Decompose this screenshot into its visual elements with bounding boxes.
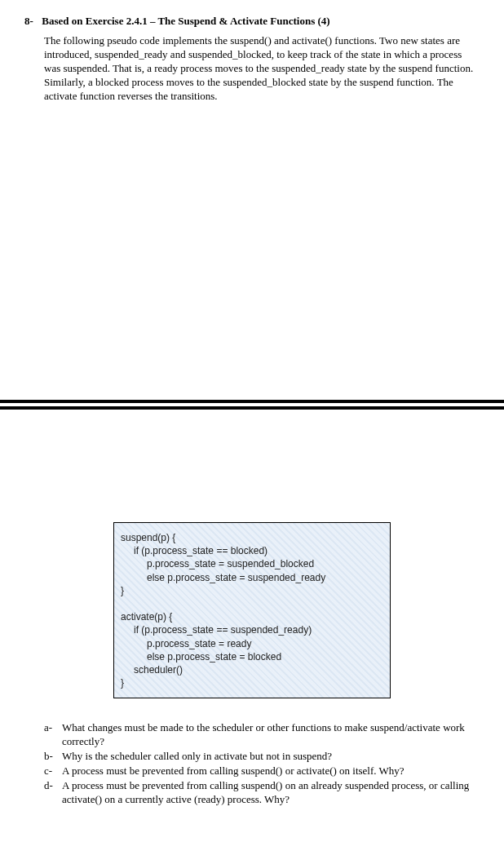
code-line: else p.process_state = suspended_ready [121,571,383,584]
page-bottom: suspend(p) { if (p.process_state == bloc… [0,522,504,808]
question-number: 8- [24,15,39,28]
intro-paragraph: The following pseudo code implements the… [44,34,480,103]
code-line [121,597,383,610]
question-a: a- What changes must be made to the sche… [44,721,480,749]
question-b: b- Why is the scheduler called only in a… [44,750,480,764]
question-d: d- A process must be prevented from call… [44,779,480,807]
question-text: Why is the scheduler called only in acti… [62,750,480,764]
code-line: suspend(p) { [121,531,383,544]
code-line: else p.process_state = blocked [121,650,383,663]
question-text: A process must be prevented from calling… [62,764,480,778]
code-line: if (p.process_state == blocked) [121,544,383,557]
code-line: if (p.process_state == suspended_ready) [121,623,383,636]
question-title: Based on Exercise 2.4.1 – The Suspend & … [42,15,329,27]
question-heading: 8- Based on Exercise 2.4.1 – The Suspend… [24,15,480,28]
divider-line-2 [0,406,504,410]
question-label: c- [44,764,62,778]
question-label: a- [44,721,62,749]
subquestions: a- What changes must be made to the sche… [44,721,480,806]
question-text: What changes must be made to the schedul… [62,721,480,749]
code-line: p.process_state = ready [121,637,383,650]
question-label: b- [44,750,62,764]
question-c: c- A process must be prevented from call… [44,764,480,778]
code-line: p.process_state = suspended_blocked [121,557,383,570]
code-line: } [121,584,383,597]
page-top: 8- Based on Exercise 2.4.1 – The Suspend… [0,0,504,103]
question-label: d- [44,779,62,807]
code-line: scheduler() [121,663,383,676]
divider-line-1 [0,400,504,403]
question-text: A process must be prevented from calling… [62,779,480,807]
code-line: activate(p) { [121,610,383,623]
pseudocode-box: suspend(p) { if (p.process_state == bloc… [113,522,391,698]
code-line: } [121,676,383,689]
page-divider [0,400,504,413]
